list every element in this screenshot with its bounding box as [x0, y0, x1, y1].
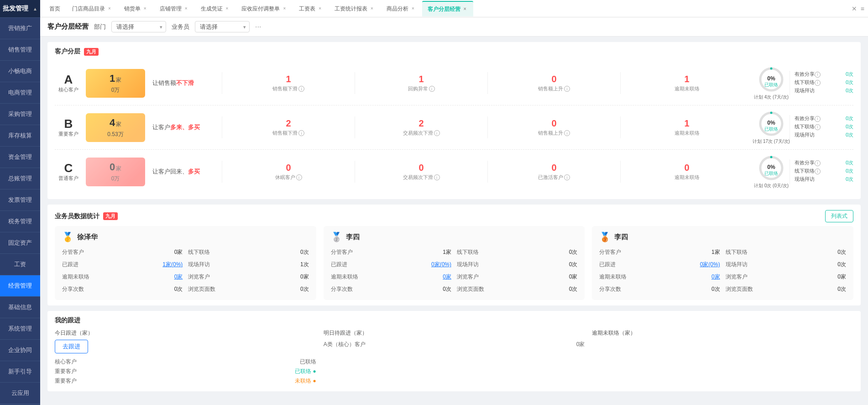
staff-select-wrap: 请选择: [195, 21, 250, 32]
customer-tier-section: 客户分层 九月 A核心客户1家0万让销售额不下滑1销售额下滑i1回购异常i0销售…: [47, 42, 861, 199]
info-icon[interactable]: i: [298, 130, 304, 136]
tab-close-应收应付调整单[interactable]: ×: [282, 3, 287, 14]
sidebar-item-云应用[interactable]: 云应用: [0, 383, 40, 404]
sp-header-0: 🥇徐泽华: [62, 231, 309, 242]
sidebar-item-电商管理[interactable]: 电商管理: [0, 82, 40, 104]
tab-工资统计报表[interactable]: 工资统计报表×: [329, 1, 380, 16]
followup-grid: 今日跟进（家） 去跟进 核心客户 已联络 重要客户 已联络 ● 重要客户 未联络…: [55, 329, 853, 386]
tier-count-A: 1家0万: [86, 69, 145, 98]
page-title: 客户分层经营: [47, 22, 89, 31]
sidebar-item-小畅电商[interactable]: 小畅电商: [0, 61, 40, 82]
tier-circle-C: 0% 已联络 计划 0次 (0天/次): [753, 154, 790, 189]
info-icon[interactable]: i: [564, 130, 570, 136]
info-icon[interactable]: i: [434, 130, 440, 136]
info-icon[interactable]: i: [815, 116, 821, 122]
tier-row-B: B重要客户4家0.53万让客户多来、多买2销售额下滑i2交易频次下滑i0销售额上…: [55, 105, 853, 150]
tab-close-工资表[interactable]: ×: [317, 3, 323, 14]
customer-tier-title: 客户分层 九月: [55, 47, 853, 56]
sidebar-header-title: 批发管理: [3, 5, 28, 13]
sidebar-item-库存核算[interactable]: 库存核算: [0, 125, 40, 147]
sidebar-collapse-icon[interactable]: ▲: [33, 6, 37, 11]
sp-grid-0: 分管客户0家线下联络0次已跟进1家(0%)现场拜访1次逾期未联络0家浏览客户0家…: [62, 247, 309, 295]
salesperson-month: 九月: [103, 212, 118, 220]
sidebar-item-营销推广[interactable]: 营销推广: [0, 18, 40, 39]
tier-count-B: 4家0.53万: [86, 113, 145, 142]
goto-followup-button[interactable]: 去跟进: [55, 340, 88, 353]
tabbar-controls: ✕ ≡: [852, 5, 864, 12]
staff-label: 业务员: [172, 23, 189, 31]
info-icon[interactable]: i: [564, 86, 570, 92]
tab-生成凭证[interactable]: 生成凭证×: [195, 1, 235, 16]
tab-close-客户分层经营[interactable]: ×: [462, 4, 468, 15]
sidebar-item-经营管理[interactable]: 经营管理: [0, 275, 40, 297]
sp-left-col: 已跟进0家(0%): [331, 259, 451, 270]
info-icon[interactable]: i: [815, 160, 821, 166]
sidebar-item-系统管理[interactable]: 系统管理: [0, 318, 40, 340]
tab-more-icon[interactable]: ≡: [861, 5, 864, 12]
medal-icon: 🥇: [62, 231, 73, 242]
today-followup-col: 今日跟进（家） 去跟进 核心客户 已联络 重要客户 已联络 ● 重要客户 未联络…: [55, 329, 316, 386]
dept-label: 部门: [94, 23, 106, 31]
sp-header-2: 🥉李四: [599, 231, 846, 242]
sp-name: 徐泽华: [77, 233, 98, 242]
info-icon[interactable]: i: [815, 72, 821, 78]
toolbar-dots[interactable]: ···: [255, 23, 261, 31]
sidebar-item-基础信息[interactable]: 基础信息: [0, 297, 40, 318]
sidebar-item-税务管理[interactable]: 税务管理: [0, 211, 40, 232]
overdue-followup-col: 逾期未联络（家）: [592, 329, 853, 386]
info-icon[interactable]: i: [815, 168, 821, 174]
tab-close-生成凭证[interactable]: ×: [225, 3, 230, 14]
sp-left-col: 逾期未联络0家: [331, 272, 451, 282]
tab-close-商品分析[interactable]: ×: [410, 3, 416, 14]
sp-right-col: 浏览页面数0次: [188, 284, 309, 295]
info-icon[interactable]: i: [429, 86, 435, 92]
sp-right-col: 线下联络0次: [188, 247, 309, 258]
tomorrow-row-a: A类（核心）客户 0家: [324, 340, 585, 349]
tab-工资表[interactable]: 工资表×: [293, 1, 328, 16]
info-icon[interactable]: i: [564, 174, 570, 180]
tier-label-A: A核心客户: [55, 74, 82, 93]
toolbar: 客户分层经营 部门 请选择 业务员 请选择 ···: [40, 17, 868, 37]
sidebar-header[interactable]: 批发管理 ▲: [0, 0, 40, 18]
tab-应收应付调整单[interactable]: 应收应付调整单×: [236, 1, 293, 16]
tab-销货单[interactable]: 销货单×: [119, 1, 153, 16]
tab-close-all-icon[interactable]: ✕: [852, 5, 857, 12]
staff-select[interactable]: 请选择: [195, 21, 250, 32]
sidebar-item-总账管理[interactable]: 总账管理: [0, 168, 40, 189]
followup-row-important2: 重要客户 未联络 ●: [55, 376, 316, 386]
sidebar-item-新手引导[interactable]: 新手引导: [0, 361, 40, 383]
sidebar-item-采购管理[interactable]: 采购管理: [0, 104, 40, 125]
tab-close-门店商品目录[interactable]: ×: [107, 3, 112, 14]
list-view-button[interactable]: 列表式: [825, 210, 853, 222]
followup-section: 我的跟进 今日跟进（家） 去跟进 核心客户 已联络 重要客户 已联络 ● 重要客…: [47, 311, 861, 391]
sp-right-col: 浏览客户0家: [726, 272, 846, 282]
tab-商品分析[interactable]: 商品分析×: [381, 1, 421, 16]
info-icon[interactable]: i: [298, 86, 304, 92]
tab-客户分层经营[interactable]: 客户分层经营×: [422, 1, 473, 16]
sidebar-item-企业协同[interactable]: 企业协同: [0, 340, 40, 361]
right-stat-row: 现场拜访0次: [795, 87, 853, 94]
info-icon[interactable]: i: [815, 124, 821, 130]
tier-stats-A: 1销售额下滑i1回购异常i0销售额上升i1逾期未联络: [222, 72, 753, 94]
sidebar-item-销售管理[interactable]: 销售管理: [0, 39, 40, 61]
tab-close-销货单[interactable]: ×: [142, 3, 148, 14]
tier-stats-B: 2销售额下滑i2交易频次下滑i0销售额上升i1逾期未联络: [222, 116, 753, 138]
tab-close-工资统计报表[interactable]: ×: [369, 3, 375, 14]
tab-close-店铺管理[interactable]: ×: [183, 3, 189, 14]
sidebar-item-固定资产[interactable]: 固定资产: [0, 232, 40, 254]
tier-right-stats-A: 有效分享i0次线下联络i0次现场拜访0次: [790, 71, 853, 95]
stat-item: 1回购异常i: [355, 72, 487, 94]
tab-门店商品目录[interactable]: 门店商品目录×: [67, 1, 118, 16]
tabbar: 首页门店商品目录×销货单×店铺管理×生成凭证×应收应付调整单×工资表×工资统计报…: [40, 0, 868, 17]
sp-left-col: 分享次数0次: [599, 284, 720, 295]
sidebar-item-资金管理[interactable]: 资金管理: [0, 147, 40, 168]
tab-店铺管理[interactable]: 店铺管理×: [154, 1, 194, 16]
stat-item: 0逾期未联络: [620, 161, 753, 183]
info-icon[interactable]: i: [296, 174, 302, 180]
sidebar-item-工资[interactable]: 工资: [0, 254, 40, 275]
sidebar-item-发票管理[interactable]: 发票管理: [0, 189, 40, 211]
tab-首页[interactable]: 首页: [44, 1, 66, 16]
info-icon[interactable]: i: [815, 80, 821, 86]
dept-select[interactable]: 请选择: [111, 21, 166, 32]
info-icon[interactable]: i: [434, 174, 440, 180]
